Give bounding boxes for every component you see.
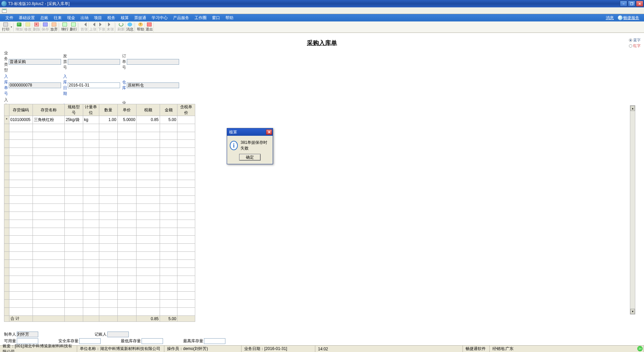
dialog-mask: 核算 ✕ i 381单据保存时失败 确定 xyxy=(0,0,644,352)
dialog-ok-button[interactable]: 确定 xyxy=(239,154,261,161)
error-dialog: 核算 ✕ i 381单据保存时失败 确定 xyxy=(227,128,273,164)
dialog-titlebar: 核算 ✕ xyxy=(227,128,273,136)
dialog-message: 381单据保存时失败 xyxy=(240,140,270,151)
dialog-title: 核算 xyxy=(229,129,237,135)
info-icon: i xyxy=(230,141,238,150)
dialog-close-button[interactable]: ✕ xyxy=(266,129,272,135)
